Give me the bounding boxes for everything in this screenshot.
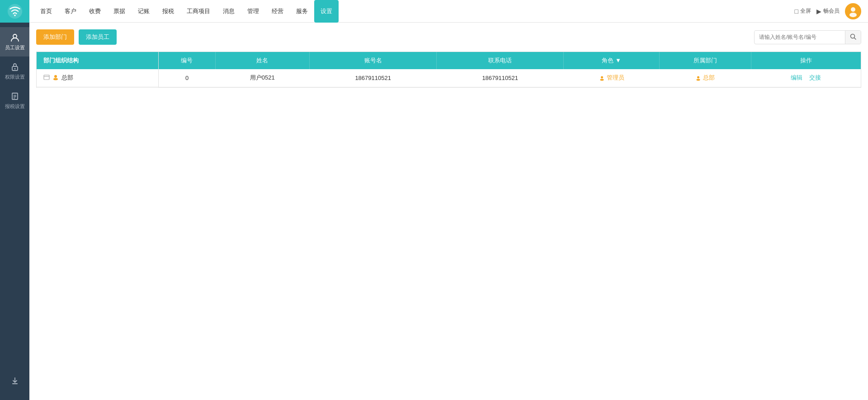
svg-line-13 bbox=[854, 38, 856, 39]
search-input[interactable] bbox=[755, 31, 845, 43]
add-employee-button[interactable]: 添加员工 bbox=[79, 29, 117, 45]
vip-label: 畅会员 bbox=[823, 7, 840, 15]
sidebar-item-permissions[interactable]: 权限设置 bbox=[0, 56, 29, 86]
sidebar-item-employee-label: 员工设置 bbox=[5, 44, 25, 51]
cell-actions: 编辑 交接 bbox=[751, 69, 861, 87]
edit-action[interactable]: 编辑 bbox=[791, 74, 802, 81]
dept-root-label: 总部 bbox=[61, 74, 73, 82]
sidebar-download-button[interactable] bbox=[0, 366, 29, 395]
svg-point-0 bbox=[7, 4, 22, 18]
add-dept-button[interactable]: 添加部门 bbox=[36, 29, 74, 45]
fullscreen-label: 全屏 bbox=[800, 7, 811, 15]
cell-phone: 18679110521 bbox=[437, 69, 564, 87]
svg-point-20 bbox=[697, 79, 700, 80]
nav-message[interactable]: 消息 bbox=[217, 0, 241, 23]
col-id: 编号 bbox=[159, 52, 215, 69]
col-account: 账号名 bbox=[310, 52, 437, 69]
transfer-action[interactable]: 交接 bbox=[809, 74, 821, 81]
sidebar-item-taxsettings-label: 报税设置 bbox=[5, 103, 25, 110]
table-row: 0 用户0521 18679110521 18679110521 bbox=[159, 69, 861, 87]
app-logo bbox=[0, 0, 29, 23]
col-role-label: 角色 bbox=[602, 57, 613, 64]
user-avatar[interactable] bbox=[845, 3, 861, 19]
main-content: 部门组织结构 总部 bbox=[36, 52, 861, 88]
cell-name: 用户0521 bbox=[215, 69, 310, 87]
employee-table: 编号 姓名 账号名 联系电话 角色 ▼ 所属部门 操作 bbox=[159, 52, 861, 87]
cell-account: 18679110521 bbox=[310, 69, 437, 87]
nav-customer[interactable]: 客户 bbox=[58, 0, 83, 23]
dept-tree: 部门组织结构 总部 bbox=[37, 52, 159, 87]
col-phone: 联系电话 bbox=[437, 52, 564, 69]
svg-point-4 bbox=[13, 34, 17, 38]
cell-dept: 总部 bbox=[659, 69, 751, 87]
col-name: 姓名 bbox=[215, 52, 310, 69]
nav-invoice[interactable]: 票据 bbox=[107, 0, 132, 23]
svg-rect-11 bbox=[12, 383, 18, 384]
report-icon bbox=[10, 91, 20, 101]
nav-settings[interactable]: 设置 bbox=[314, 0, 339, 23]
svg-point-6 bbox=[14, 68, 15, 70]
nav-items: 首页 客户 收费 票据 记账 报税 工商项目 消息 管理 经营 服务 设置 bbox=[29, 0, 795, 22]
svg-point-17 bbox=[601, 76, 603, 78]
col-actions: 操作 bbox=[751, 52, 861, 69]
nav-operations[interactable]: 经营 bbox=[265, 0, 290, 23]
role-label: 管理员 bbox=[607, 74, 624, 82]
cell-id: 0 bbox=[159, 69, 215, 87]
nav-service[interactable]: 服务 bbox=[290, 0, 314, 23]
dept-cell-icon: 总部 bbox=[695, 74, 715, 82]
sidebar-item-permissions-label: 权限设置 bbox=[5, 74, 25, 80]
svg-rect-7 bbox=[12, 93, 18, 99]
svg-point-3 bbox=[849, 13, 857, 17]
toolbar: 添加部门 添加员工 bbox=[36, 29, 861, 45]
svg-point-15 bbox=[54, 75, 57, 78]
search-button[interactable] bbox=[845, 31, 861, 44]
dept-cell-label: 总部 bbox=[703, 74, 715, 82]
col-dept: 所属部门 bbox=[659, 52, 751, 69]
nav-manage[interactable]: 管理 bbox=[241, 0, 265, 23]
employee-table-wrapper: 编号 姓名 账号名 联系电话 角色 ▼ 所属部门 操作 bbox=[159, 52, 861, 87]
top-navigation: 首页 客户 收费 票据 记账 报税 工商项目 消息 管理 经营 服务 设置 □ … bbox=[0, 0, 868, 23]
left-sidebar: 员工设置 权限设置 报税设置 bbox=[0, 23, 29, 400]
content-area: 添加部门 添加员工 部门组织结构 bbox=[29, 23, 868, 400]
role-filter-icon: ▼ bbox=[615, 57, 621, 64]
role-user-icon: 管理员 bbox=[599, 74, 624, 82]
cell-role: 管理员 bbox=[564, 69, 660, 87]
search-icon bbox=[850, 33, 856, 40]
fullscreen-button[interactable]: □ 全屏 bbox=[795, 7, 811, 15]
svg-rect-14 bbox=[44, 75, 49, 80]
dept-user-icon bbox=[52, 74, 59, 82]
dept-tree-item-root[interactable]: 总部 bbox=[37, 69, 158, 87]
nav-business[interactable]: 工商项目 bbox=[180, 0, 217, 23]
svg-point-16 bbox=[53, 78, 58, 80]
sidebar-item-taxsettings[interactable]: 报税设置 bbox=[0, 86, 29, 115]
vip-icon: ▶ bbox=[816, 8, 821, 15]
download-icon bbox=[10, 376, 20, 386]
top-nav-right: □ 全屏 ▶ 畅会员 bbox=[795, 3, 868, 19]
sidebar-item-employee[interactable]: 员工设置 bbox=[0, 27, 29, 56]
nav-accounting[interactable]: 记账 bbox=[132, 0, 156, 23]
nav-billing[interactable]: 收费 bbox=[83, 0, 107, 23]
lock-icon bbox=[10, 62, 20, 72]
search-box bbox=[754, 30, 861, 44]
person-icon bbox=[10, 33, 20, 42]
main-layout: 员工设置 权限设置 报税设置 bbox=[0, 23, 868, 400]
vip-button[interactable]: ▶ 畅会员 bbox=[816, 7, 840, 15]
nav-tax[interactable]: 报税 bbox=[156, 0, 180, 23]
file-icon bbox=[43, 74, 50, 82]
svg-point-2 bbox=[851, 7, 855, 12]
col-role[interactable]: 角色 ▼ bbox=[564, 52, 660, 69]
nav-home[interactable]: 首页 bbox=[34, 0, 58, 23]
svg-point-19 bbox=[697, 76, 699, 78]
svg-point-1 bbox=[14, 14, 16, 16]
fullscreen-icon: □ bbox=[795, 8, 798, 15]
dept-tree-header: 部门组织结构 bbox=[37, 52, 158, 69]
svg-point-18 bbox=[600, 79, 604, 80]
